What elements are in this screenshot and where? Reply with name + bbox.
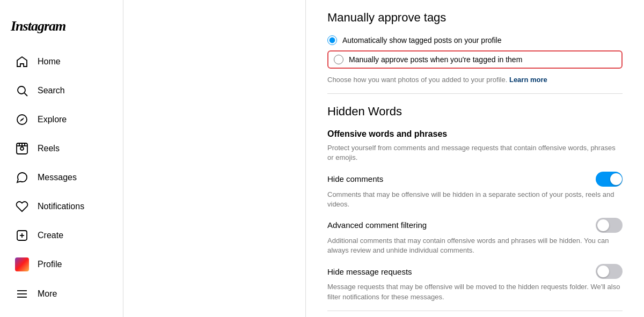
sidebar-item-label: Create [38,231,63,240]
sidebar-item-label: Home [38,57,61,67]
home-icon [15,55,29,69]
advanced-filtering-toggle[interactable] [596,218,623,233]
sidebar-item-label: Notifications [38,202,84,211]
offensive-words-desc: Protect yourself from comments and messa… [327,143,623,163]
learn-more-link[interactable]: Learn more [509,76,547,84]
more-icon [15,287,29,301]
hidden-words-section: Hidden Words Offensive words and phrases… [327,105,623,311]
svg-point-0 [18,86,25,94]
manually-approve-tags-title: Manually approve tags [327,11,623,25]
profile-icon [15,257,29,271]
divider-2 [327,311,623,311]
auto-show-option[interactable]: Automatically show tagged posts on your … [327,35,623,45]
sidebar-item-label: Explore [38,115,67,124]
manual-approve-option[interactable]: Manually approve posts when you're tagge… [334,55,522,64]
hide-comments-desc: Comments that may be offensive will be h… [327,190,623,209]
offensive-words-subsection: Offensive words and phrases Protect your… [327,129,623,302]
sidebar-item-label: More [38,289,57,299]
svg-point-5 [20,147,24,150]
advanced-filtering-desc: Additional comments that may contain off… [327,236,623,255]
hide-message-requests-slider [596,264,623,279]
manual-approve-radio[interactable] [334,55,343,64]
sidebar-item-profile[interactable]: Profile [4,251,119,278]
manual-approve-label: Manually approve posts when you're tagge… [349,55,522,64]
sidebar-item-messages[interactable]: Messages [4,164,119,191]
explore-icon [15,113,29,127]
auto-show-label: Automatically show tagged posts on your … [342,36,502,45]
hide-message-requests-label: Hide message requests [327,267,412,276]
middle-panel [123,0,306,317]
hide-comments-row: Hide comments [327,172,623,187]
manually-approve-tags-section: Manually approve tags Automatically show… [327,11,623,85]
hidden-words-title: Hidden Words [327,105,623,119]
messages-icon [15,171,29,185]
sidebar-item-explore[interactable]: Explore [4,106,119,133]
sidebar-item-create[interactable]: Create [4,222,119,249]
hide-comments-toggle[interactable] [596,172,623,187]
hide-comments-slider [596,172,623,187]
advanced-filtering-slider [596,218,623,233]
hide-comments-label: Hide comments [327,174,383,183]
sidebar-item-more[interactable]: More [4,281,119,307]
auto-show-radio[interactable] [327,35,337,45]
manual-approve-highlighted: Manually approve posts when you're tagge… [327,50,623,69]
sidebar: Instagram Home Search Explore Reels Mess… [0,0,123,317]
main-content: Manually approve tags Automatically show… [306,0,644,317]
sidebar-item-search[interactable]: Search [4,77,119,104]
sidebar-item-notifications[interactable]: Notifications [4,193,119,220]
sidebar-item-label: Profile [38,260,62,269]
tag-approval-helper: Choose how you want photos of you added … [327,75,623,85]
create-icon [15,228,29,242]
svg-line-1 [25,93,28,97]
svg-marker-3 [20,117,24,122]
notifications-icon [15,200,29,213]
offensive-words-subtitle: Offensive words and phrases [327,129,623,139]
sidebar-item-label: Search [38,86,65,95]
divider-1 [327,93,623,94]
advanced-filtering-row: Advanced comment filtering [327,218,623,233]
hide-message-requests-row: Hide message requests [327,264,623,279]
sidebar-item-reels[interactable]: Reels [4,135,119,162]
tag-approval-radio-group: Automatically show tagged posts on your … [327,35,623,69]
advanced-filtering-label: Advanced comment filtering [327,220,427,230]
hide-message-requests-desc: Message requests that may be offensive w… [327,282,623,301]
hide-message-requests-toggle[interactable] [596,264,623,279]
sidebar-item-label: Reels [38,144,60,153]
instagram-logo: Instagram [0,9,123,47]
sidebar-item-home[interactable]: Home [4,48,119,75]
reels-icon [15,142,29,156]
sidebar-item-label: Messages [38,173,77,182]
search-icon [15,84,29,98]
